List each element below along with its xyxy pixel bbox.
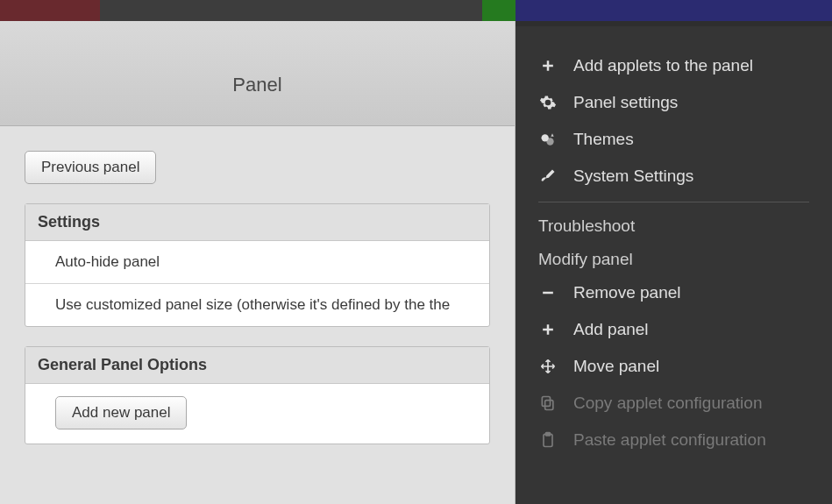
panel-segment — [482, 0, 516, 21]
plus-icon — [538, 56, 558, 75]
settings-section-header: Settings — [25, 204, 489, 241]
panel-segment — [516, 0, 832, 21]
svg-rect-5 — [546, 433, 551, 436]
menu-item-label: Themes — [573, 130, 634, 149]
svg-rect-3 — [542, 397, 550, 407]
menu-item-label: Add applets to the panel — [573, 56, 753, 75]
svg-point-1 — [546, 138, 553, 145]
menu-system-settings[interactable]: System Settings — [516, 158, 832, 195]
general-section-header: General Panel Options — [25, 347, 489, 384]
menu-item-label: Move panel — [573, 357, 659, 376]
menu-panel-settings[interactable]: Panel settings — [516, 84, 832, 121]
gear-icon — [538, 93, 558, 112]
themes-icon — [538, 130, 558, 149]
menu-item-label: Remove panel — [573, 283, 681, 302]
panel-settings-window: Panel Previous panel Settings Auto-hide … — [0, 21, 516, 504]
menu-add-applets[interactable]: Add applets to the panel — [516, 47, 832, 84]
copy-icon — [538, 394, 558, 413]
panel-segment — [0, 0, 100, 21]
menu-section-modify: Modify panel — [516, 241, 832, 274]
menu-item-label: Add panel — [573, 320, 649, 339]
window-body: Previous panel Settings Auto-hide panel … — [0, 126, 515, 504]
custom-size-row[interactable]: Use customized panel size (otherwise it'… — [25, 284, 489, 326]
menu-separator — [538, 202, 809, 202]
menu-section-troubleshoot[interactable]: Troubleshoot — [516, 208, 832, 241]
menu-item-label: Panel settings — [573, 93, 678, 112]
menu-remove-panel[interactable]: Remove panel — [516, 274, 832, 311]
menu-paste-applet-config: Paste applet configuration — [516, 422, 832, 458]
window-title: Panel — [0, 21, 515, 126]
tools-icon — [538, 167, 558, 186]
menu-add-panel[interactable]: Add panel — [516, 311, 832, 348]
general-section-body: Add new panel — [25, 384, 489, 444]
menu-copy-applet-config: Copy applet configuration — [516, 385, 832, 422]
panel-segment — [100, 0, 483, 21]
settings-section: Settings Auto-hide panel Use customized … — [25, 203, 490, 327]
menu-item-label: Paste applet configuration — [573, 430, 766, 450]
menu-themes[interactable]: Themes — [516, 121, 832, 158]
menu-move-panel[interactable]: Move panel — [516, 348, 832, 385]
paste-icon — [538, 430, 558, 450]
move-icon — [538, 357, 558, 376]
plus-icon — [538, 320, 558, 339]
add-new-panel-button[interactable]: Add new panel — [55, 396, 187, 429]
general-options-section: General Panel Options Add new panel — [25, 346, 490, 444]
auto-hide-row[interactable]: Auto-hide panel — [25, 241, 489, 284]
svg-rect-2 — [545, 401, 553, 410]
minus-icon — [538, 283, 558, 302]
top-panel-bar — [0, 0, 832, 21]
panel-context-menu: Add applets to the panel Panel settings … — [516, 26, 832, 504]
previous-panel-button[interactable]: Previous panel — [25, 151, 156, 184]
menu-item-label: System Settings — [573, 167, 693, 186]
menu-item-label: Copy applet configuration — [573, 394, 762, 413]
